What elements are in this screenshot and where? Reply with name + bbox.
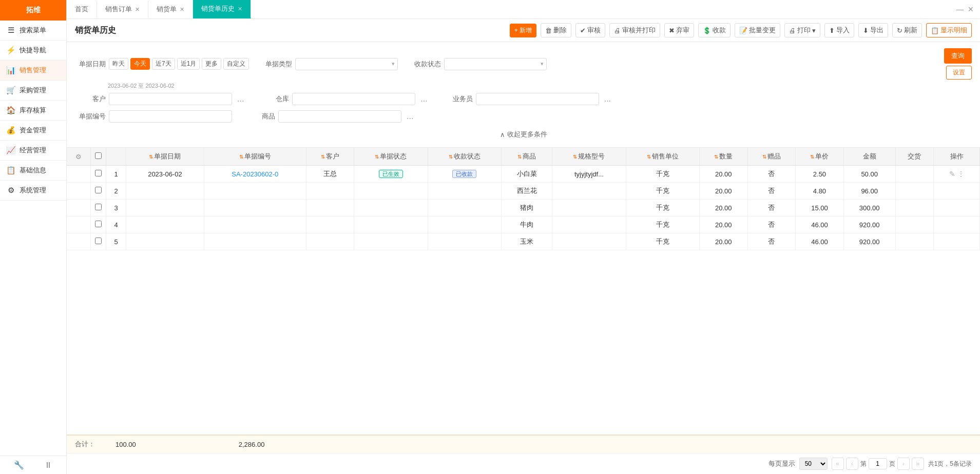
select-all-checkbox[interactable] bbox=[95, 152, 102, 159]
col-spec-type[interactable]: ⇅规格型号 bbox=[552, 148, 626, 166]
goods-input[interactable] bbox=[278, 110, 401, 123]
tab-sales-history[interactable]: 销货单历史 ✕ bbox=[193, 0, 251, 18]
cell-collect-status bbox=[428, 183, 501, 200]
sidebar-item-sales-mgmt[interactable]: 📊 销售管理 bbox=[0, 61, 66, 81]
page-first-btn[interactable]: « bbox=[832, 458, 844, 470]
cell-row-no: 5 bbox=[106, 233, 126, 250]
print-button[interactable]: 🖨 打印 ▾ bbox=[784, 23, 820, 37]
audit-button[interactable]: ✔ 审核 bbox=[575, 23, 605, 37]
date-btn-today[interactable]: 今天 bbox=[130, 58, 150, 70]
close-all-icon[interactable]: ✕ bbox=[966, 3, 976, 15]
summary-total-quantity: 100.00 bbox=[116, 441, 136, 448]
export-icon: ⬇ bbox=[863, 27, 869, 34]
col-doc-date[interactable]: ⇅单据日期 bbox=[126, 148, 204, 166]
page-last-btn[interactable]: » bbox=[912, 458, 924, 470]
cell-checkbox bbox=[91, 200, 106, 216]
delete-button[interactable]: 🗑 删除 bbox=[541, 23, 571, 37]
more-icon[interactable]: ⋮ bbox=[956, 170, 966, 178]
sidebar-item-finance[interactable]: 💰 资金管理 bbox=[0, 121, 66, 141]
batch-change-button[interactable]: 📝 批量变更 bbox=[735, 23, 780, 37]
cell-doc-no bbox=[204, 233, 306, 250]
collect-status-select[interactable] bbox=[444, 58, 547, 70]
page-title: 销货单历史 bbox=[75, 25, 116, 36]
new-button[interactable]: + 新增 bbox=[510, 24, 536, 37]
tab-sales-order[interactable]: 销售订单 ✕ bbox=[97, 1, 148, 18]
import-button[interactable]: ⬆ 导入 bbox=[824, 23, 854, 37]
doc-type-select-wrapper: ▾ bbox=[295, 58, 398, 70]
cell-quantity: 20.00 bbox=[699, 216, 747, 233]
warehouse-ellipsis-icon[interactable]: ... bbox=[418, 94, 429, 104]
sidebar-user-icon[interactable]: ⏸ bbox=[44, 461, 52, 470]
tab-home[interactable]: 首页 bbox=[67, 1, 97, 18]
row-checkbox[interactable] bbox=[95, 221, 102, 227]
sidebar-item-system-mgmt[interactable]: ⚙ 系统管理 bbox=[0, 181, 66, 201]
doc-type-select[interactable] bbox=[295, 58, 398, 70]
row-checkbox[interactable] bbox=[95, 204, 102, 210]
doc-no-input[interactable] bbox=[109, 110, 232, 123]
doc-no-link[interactable]: SA-20230602-0 bbox=[232, 170, 278, 178]
page-input[interactable] bbox=[869, 458, 887, 469]
data-table: ⚙ ⇅单据日期 ⇅单据编号 ⇅客户 ⇅单据状态 ⇅收款状态 ⇅商品 ⇅规格型号 bbox=[67, 148, 980, 250]
collapse-btn[interactable]: ∧ 收起更多条件 bbox=[498, 128, 549, 141]
col-goods[interactable]: ⇅商品 bbox=[501, 148, 552, 166]
salesperson-input[interactable] bbox=[476, 93, 599, 105]
page-next-btn[interactable]: › bbox=[897, 458, 910, 470]
set-button[interactable]: 设置 bbox=[946, 66, 972, 80]
tab-sales-delivery-close[interactable]: ✕ bbox=[180, 6, 184, 13]
refresh-button[interactable]: ↻ 刷新 bbox=[892, 23, 922, 37]
cell-doc-no bbox=[204, 200, 306, 216]
audit-print-button[interactable]: 🖨 审核并打印 bbox=[609, 23, 660, 37]
col-collect-status[interactable]: ⇅收款状态 bbox=[428, 148, 501, 166]
sidebar-item-base-info[interactable]: 📋 基础信息 bbox=[0, 161, 66, 181]
page-prev-btn[interactable]: ‹ bbox=[846, 458, 858, 470]
cell-sales-unit: 千克 bbox=[626, 216, 699, 233]
sidebar-item-operations[interactable]: 📈 经营管理 bbox=[0, 141, 66, 161]
row-checkbox[interactable] bbox=[95, 170, 102, 176]
cell-unit-price: 46.00 bbox=[796, 233, 844, 250]
table-gear-icon[interactable]: ⚙ bbox=[70, 153, 87, 161]
edit-icon[interactable]: ✎ bbox=[948, 170, 956, 178]
warehouse-input[interactable] bbox=[292, 93, 415, 105]
filter-row-2: 客户 ... 仓库 ... 业务员 ... bbox=[75, 93, 972, 105]
delete-icon: 🗑 bbox=[545, 27, 552, 34]
tab-sales-history-close[interactable]: ✕ bbox=[238, 6, 242, 12]
sidebar-item-purchase-mgmt[interactable]: 🛒 采购管理 bbox=[0, 81, 66, 101]
sidebar-settings-icon[interactable]: 🔧 bbox=[14, 460, 24, 470]
date-btn-custom[interactable]: 自定义 bbox=[223, 58, 249, 70]
minimize-icon[interactable]: — bbox=[954, 3, 966, 15]
per-page-select[interactable]: 50 100 200 bbox=[799, 458, 828, 470]
date-btn-more[interactable]: 更多 bbox=[202, 58, 221, 70]
date-btn-yesterday[interactable]: 昨天 bbox=[109, 58, 128, 70]
sidebar-item-quick-nav[interactable]: ⚡ 快捷导航 bbox=[0, 41, 66, 61]
col-sales-unit[interactable]: ⇅销售单位 bbox=[626, 148, 699, 166]
tab-sales-order-close[interactable]: ✕ bbox=[135, 6, 140, 13]
col-doc-status[interactable]: ⇅单据状态 bbox=[354, 148, 428, 166]
salesperson-ellipsis-icon[interactable]: ... bbox=[602, 94, 613, 104]
collect-button[interactable]: 💲 收款 bbox=[698, 23, 731, 37]
row-checkbox[interactable] bbox=[95, 238, 102, 244]
date-btn-last7[interactable]: 近7天 bbox=[152, 58, 175, 70]
filter-area: 单据日期 昨天 今天 近7天 近1月 更多 自定义 单据类型 bbox=[67, 42, 980, 148]
sidebar-item-search-menu[interactable]: ☰ 搜索菜单 bbox=[0, 21, 66, 41]
customer-input[interactable] bbox=[109, 93, 232, 105]
show-detail-button[interactable]: 📋 显示明细 bbox=[926, 23, 972, 37]
cell-quantity: 20.00 bbox=[699, 166, 747, 183]
discard-button[interactable]: ✖ 弃审 bbox=[664, 23, 694, 37]
date-btn-last1month[interactable]: 近1月 bbox=[177, 58, 200, 70]
page-label: 第 bbox=[860, 460, 867, 468]
cell-doc-status bbox=[354, 216, 428, 233]
goods-ellipsis-icon[interactable]: ... bbox=[405, 112, 415, 121]
col-gear[interactable]: ⚙ bbox=[67, 148, 91, 166]
sidebar-item-inventory[interactable]: 🏠 库存核算 bbox=[0, 101, 66, 121]
col-gift[interactable]: ⇅赠品 bbox=[747, 148, 796, 166]
tab-sales-delivery[interactable]: 销货单 ✕ bbox=[148, 1, 193, 18]
tab-bar: 首页 销售订单 ✕ 销货单 ✕ 销货单历史 ✕ — ✕ bbox=[67, 0, 980, 19]
export-button[interactable]: ⬇ 导出 bbox=[858, 23, 888, 37]
col-doc-no[interactable]: ⇅单据编号 bbox=[204, 148, 306, 166]
col-quantity[interactable]: ⇅数量 bbox=[699, 148, 747, 166]
col-customer[interactable]: ⇅客户 bbox=[306, 148, 354, 166]
col-unit-price[interactable]: ⇅单价 bbox=[796, 148, 844, 166]
row-checkbox[interactable] bbox=[95, 187, 102, 193]
customer-ellipsis-icon[interactable]: ... bbox=[235, 94, 246, 104]
query-button[interactable]: 查询 bbox=[944, 48, 972, 64]
